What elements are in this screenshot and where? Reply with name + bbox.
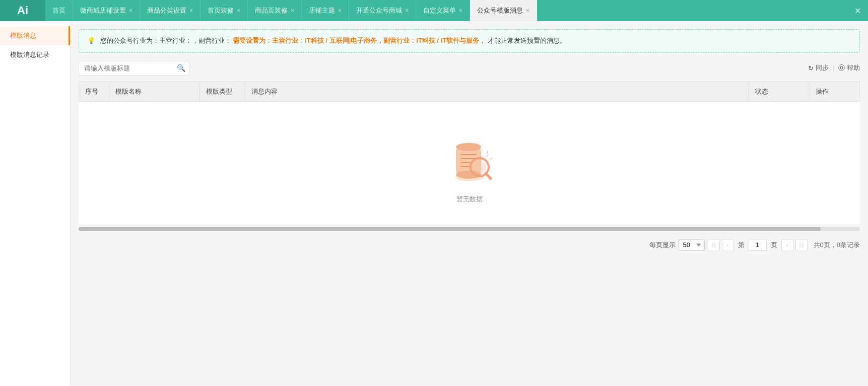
window-close-button[interactable]: ✕ — [847, 0, 868, 21]
tab-5[interactable]: 店铺主题 × — [302, 0, 349, 21]
tab-0[interactable]: 首页 — [45, 0, 73, 21]
col-header-5: 操作 — [810, 82, 860, 101]
tab-1[interactable]: 微商城店铺设置 × — [73, 0, 140, 21]
page-label-end: 页 — [771, 241, 777, 250]
tab-close-3[interactable]: × — [237, 7, 240, 14]
empty-icon — [79, 132, 860, 189]
tab-7[interactable]: 自定义菜单 × — [416, 0, 470, 21]
scroll-thumb[interactable] — [79, 227, 821, 231]
search-bar: 🔍 ↻ 同步 | ⓪ 帮助 — [79, 61, 860, 75]
sidebar: 模版消息模版消息记录 — [0, 21, 71, 386]
notice-prefix: 您的公众号行业为：主营行业：，副营行业： — [100, 37, 231, 44]
svg-point-2 — [456, 143, 481, 151]
tab-close-2[interactable]: × — [189, 7, 193, 14]
main-layout: 模版消息模版消息记录 💡 您的公众号行业为：主营行业：，副营行业： 需要设置为：… — [0, 21, 868, 386]
help-button[interactable]: ⓪ 帮助 — [838, 63, 860, 72]
col-header-1: 模版名称 — [109, 82, 200, 101]
col-header-3: 消息内容 — [245, 82, 749, 101]
table-empty-row: 暂无数据 — [79, 101, 860, 224]
tab-close-5[interactable]: × — [338, 7, 342, 14]
tab-close-7[interactable]: × — [459, 7, 462, 14]
table-header-row: 序号模版名称模版类型消息内容状态操作 — [79, 82, 860, 101]
svg-line-12 — [490, 158, 493, 160]
horizontal-scrollbar[interactable] — [79, 227, 860, 231]
table-wrapper: 序号模版名称模版类型消息内容状态操作 — [79, 82, 860, 224]
svg-line-13 — [487, 150, 488, 153]
tab-8[interactable]: 公众号模版消息 × — [470, 0, 537, 21]
search-input[interactable] — [79, 61, 189, 75]
next-page-button[interactable]: › — [781, 239, 793, 251]
page-label: 第 — [738, 241, 745, 250]
total-label: 共0页，0条记录 — [814, 241, 860, 250]
content-area: 💡 您的公众号行业为：主营行业：，副营行业： 需要设置为：主营行业：IT科技 /… — [71, 21, 868, 386]
sidebar-item-0[interactable]: 模版消息 — [0, 26, 70, 45]
tab-close-1[interactable]: × — [129, 7, 132, 14]
sync-icon: ↻ — [808, 64, 814, 72]
logo: Ai — [0, 0, 45, 21]
col-header-4: 状态 — [749, 82, 810, 101]
prev-page-button[interactable]: ‹ — [722, 239, 734, 251]
pagination-nav: ⟨⟨ ‹ 第 页 › ⟩⟩ 共0页，0条记录 — [708, 239, 860, 251]
notice-icon: 💡 — [87, 37, 95, 44]
toolbar-right: ↻ 同步 | ⓪ 帮助 — [808, 63, 860, 72]
per-page-label: 每页显示 — [649, 241, 676, 250]
svg-line-10 — [486, 173, 491, 179]
tab-2[interactable]: 商品分类设置 × — [140, 0, 201, 21]
pagination: 每页显示 102050100 ▾ ⟨⟨ ‹ 第 页 › ⟩⟩ 共0页，0条记录 — [79, 234, 860, 253]
tab-close-8[interactable]: × — [526, 7, 529, 14]
tab-close-6[interactable]: × — [405, 7, 409, 14]
tab-4[interactable]: 商品页装修 × — [248, 0, 302, 21]
sync-button[interactable]: ↻ 同步 — [808, 63, 829, 72]
data-table: 序号模版名称模版类型消息内容状态操作 — [79, 82, 860, 224]
first-page-button[interactable]: ⟨⟨ — [708, 239, 720, 251]
svg-point-9 — [473, 161, 486, 174]
empty-text: 暂无数据 — [79, 195, 860, 204]
last-page-button[interactable]: ⟩⟩ — [795, 239, 808, 251]
sync-label: 同步 — [816, 63, 829, 72]
tab-3[interactable]: 首页装修 × — [201, 0, 248, 21]
topbar: Ai 首页微商城店铺设置 ×商品分类设置 ×首页装修 ×商品页装修 ×店铺主题 … — [0, 0, 868, 21]
page-input[interactable] — [749, 239, 767, 251]
per-page-select[interactable]: 102050100 — [679, 239, 705, 251]
notice-highlight: 需要设置为：主营行业：IT科技 / 互联网|电子商务，副营行业：IT科技 / I… — [233, 37, 486, 44]
sidebar-item-1[interactable]: 模版消息记录 — [0, 45, 70, 64]
tab-6[interactable]: 开通公众号商城 × — [349, 0, 416, 21]
search-input-wrap: 🔍 — [79, 61, 189, 75]
svg-line-11 — [486, 155, 488, 157]
help-icon: ⓪ — [838, 63, 845, 72]
notice-suffix: 才能正常发送预置的消息。 — [488, 37, 566, 44]
table-body: 暂无数据 — [79, 101, 860, 224]
col-header-0: 序号 — [79, 82, 109, 101]
tab-list: 首页微商城店铺设置 ×商品分类设置 ×首页装修 ×商品页装修 ×店铺主题 ×开通… — [45, 0, 847, 21]
tab-close-4[interactable]: × — [291, 7, 294, 14]
help-label: 帮助 — [847, 63, 860, 72]
table-head: 序号模版名称模版类型消息内容状态操作 — [79, 82, 860, 101]
per-page-selector: 每页显示 102050100 ▾ — [649, 239, 705, 251]
notice-box: 💡 您的公众号行业为：主营行业：，副营行业： 需要设置为：主营行业：IT科技 /… — [79, 29, 860, 53]
col-header-2: 模版类型 — [200, 82, 245, 101]
search-icon[interactable]: 🔍 — [177, 64, 185, 72]
toolbar-divider: | — [833, 64, 834, 72]
empty-state: 暂无数据 — [79, 102, 860, 224]
